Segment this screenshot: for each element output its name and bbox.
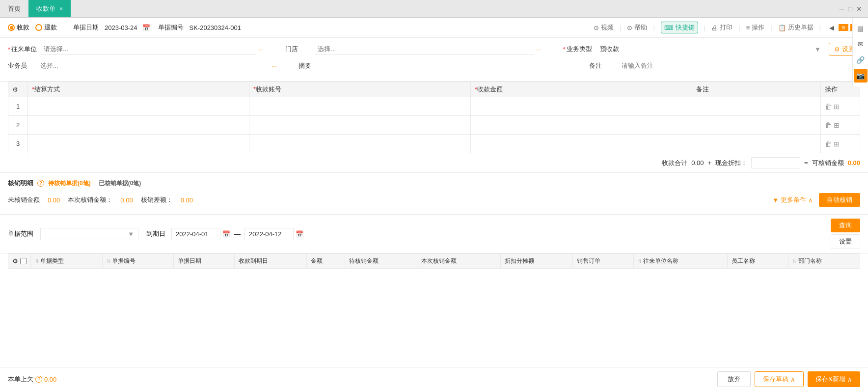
refund-radio[interactable]: 退款 xyxy=(35,23,57,32)
account-2[interactable] xyxy=(249,116,471,135)
more-conditions-btn[interactable]: ▼ 更多条件 ∧ xyxy=(772,196,813,204)
tab-close-icon[interactable]: × xyxy=(59,5,63,12)
maximize-btn[interactable]: □ xyxy=(848,5,852,13)
summary-input[interactable] xyxy=(328,60,570,71)
footer: 本单上欠 ? 0.00 放弃 保存草稿 ∧ 保存&新增 ∧ xyxy=(0,367,868,391)
salesperson-input[interactable] xyxy=(37,60,270,71)
divider-1 xyxy=(65,23,65,32)
filter-setting-btn[interactable]: 设置 xyxy=(831,234,860,249)
table-row: 2 🗑 ⊞ xyxy=(8,116,860,135)
counterpart-input[interactable] xyxy=(41,44,256,55)
calendar-icon[interactable]: 📅 xyxy=(142,24,150,31)
calendar-from-icon[interactable]: 📅 xyxy=(222,230,230,238)
remark-3[interactable] xyxy=(692,135,821,153)
action-2: 🗑 ⊞ xyxy=(821,116,860,135)
range-arrow: ▼ xyxy=(128,230,134,238)
date-from-input[interactable] xyxy=(171,228,220,240)
discard-btn[interactable]: 放弃 xyxy=(717,371,751,387)
settlement-1[interactable] xyxy=(28,97,249,116)
copy-icon-1[interactable]: ⊞ xyxy=(834,103,840,111)
amount-3[interactable] xyxy=(471,135,692,153)
sidebar-link-icon[interactable]: 🔗 xyxy=(854,53,868,67)
range-select[interactable]: ▼ xyxy=(40,228,138,240)
form-row-1: * 往来单位 ··· 门店 ··· * 业务类型 预收款 ▼ ⚙ xyxy=(8,43,860,56)
bottom-table: ⚙ ⇅ 单据类型 ⇅ 单据编号 单据日期 收款到期日 金额 待核销金额 本次核销… xyxy=(8,253,860,269)
save-new-btn[interactable]: 保存&新增 ∧ xyxy=(808,371,860,387)
row-num-1: 1 xyxy=(8,97,28,116)
store-input[interactable] xyxy=(315,44,534,55)
table-header-gear[interactable]: ⚙ xyxy=(8,82,28,97)
col-amount: *收款金额 xyxy=(471,82,692,97)
account-1[interactable] xyxy=(249,97,471,116)
tab-bar: 首页 收款单 × ─ □ ✕ xyxy=(0,0,868,18)
business-type-arrow[interactable]: ▼ xyxy=(814,46,821,53)
help-btn[interactable]: ⊙ 帮助 xyxy=(627,23,647,32)
amount-2[interactable] xyxy=(471,116,692,135)
remark-input[interactable] xyxy=(619,60,860,71)
divider-3: | xyxy=(653,24,654,31)
query-btn[interactable]: 查询 xyxy=(831,219,860,232)
hex-title: 核销明细 ? 待核销单据(0笔) 已核销单据(0笔) xyxy=(8,179,860,188)
auto-hex-btn[interactable]: 自动核销 xyxy=(819,193,860,207)
col-due-date: 收款到期日 xyxy=(235,254,307,269)
sidebar-table-icon[interactable]: ▤ xyxy=(854,22,868,35)
counterpart-more[interactable]: ··· xyxy=(256,46,266,53)
footer-info: 本单上欠 ? 0.00 xyxy=(8,375,56,384)
store-field: 门店 ··· xyxy=(285,44,543,55)
delete-icon-1[interactable]: 🗑 xyxy=(825,103,832,111)
col-this-amount: 本次核销金额 xyxy=(417,254,501,269)
hex-info-icon[interactable]: ? xyxy=(37,180,44,187)
window-controls: ─ □ ✕ xyxy=(840,5,868,13)
copy-icon-3[interactable]: ⊞ xyxy=(834,140,840,148)
col-doc-num: ⇅ 单据编号 xyxy=(102,254,174,269)
video-btn[interactable]: ⊙ 视频 xyxy=(594,23,614,32)
pending-tab[interactable]: 待核销单据(0笔) xyxy=(48,179,91,188)
col-pending-amount: 待核销金额 xyxy=(345,254,417,269)
video-icon: ⊙ xyxy=(594,24,599,31)
hex-tabs: 待核销单据(0笔) 已核销单据(0笔) xyxy=(48,179,141,188)
tab-home[interactable]: 首页 xyxy=(0,0,28,17)
settlement-2[interactable] xyxy=(28,116,249,135)
receipt-table: ⚙ *结算方式 *收款账号 *收款金额 备注 操作 1 xyxy=(8,82,860,153)
col-discount: 折扣分摊额 xyxy=(500,254,572,269)
filter-row: 单据范围 ▼ 到期日 📅 — 📅 查询 设置 xyxy=(0,215,868,253)
toolbar: 收款 退款 单据日期 2023-03-24 📅 单据编号 SK-20230324… xyxy=(0,18,868,38)
receipt-radio-dot xyxy=(8,24,15,31)
minimize-btn[interactable]: ─ xyxy=(840,5,844,13)
bottom-gear[interactable]: ⚙ xyxy=(8,254,31,269)
sidebar-email-icon[interactable]: ✉ xyxy=(854,37,868,51)
remark-2[interactable] xyxy=(692,116,821,135)
receipt-radio[interactable]: 收款 xyxy=(8,23,29,32)
history-icon: 📋 xyxy=(778,24,786,31)
select-all-checkbox[interactable] xyxy=(20,258,27,264)
date-to-input[interactable] xyxy=(244,228,294,240)
col-amount: 金额 xyxy=(307,254,345,269)
tab-receipt[interactable]: 收款单 × xyxy=(28,0,71,17)
panel-prev[interactable]: ◀ xyxy=(827,24,837,31)
row-num-3: 3 xyxy=(8,135,28,153)
copy-icon-2[interactable]: ⊞ xyxy=(834,121,840,129)
salesperson-more[interactable]: ··· xyxy=(270,62,279,70)
discount-input[interactable] xyxy=(751,157,800,168)
remark-1[interactable] xyxy=(692,97,821,116)
account-3[interactable] xyxy=(249,135,471,153)
operation-btn[interactable]: ≡ 操作 xyxy=(746,23,765,32)
amount-1[interactable] xyxy=(471,97,692,116)
settlement-3[interactable] xyxy=(28,135,249,153)
shortcut-btn[interactable]: ⌨ 快捷键 xyxy=(661,22,698,33)
history-btn[interactable]: 📋 历史单据 xyxy=(778,23,814,32)
save-draft-btn[interactable]: 保存草稿 ∧ xyxy=(755,371,804,387)
calendar-to-icon[interactable]: 📅 xyxy=(296,230,303,238)
panel-list[interactable]: ≡ xyxy=(839,24,848,31)
col-sales-order: 销售订单 xyxy=(572,254,633,269)
delete-icon-3[interactable]: 🗑 xyxy=(825,140,832,148)
close-btn[interactable]: ✕ xyxy=(856,5,862,13)
draft-arrow: ∧ xyxy=(790,376,795,383)
done-tab[interactable]: 已核销单据(0笔) xyxy=(99,179,141,188)
sidebar-camera-icon[interactable]: 📷 xyxy=(854,69,868,83)
col-remark: 备注 xyxy=(692,82,821,97)
delete-icon-2[interactable]: 🗑 xyxy=(825,121,832,129)
print-btn[interactable]: 🖨 打印 xyxy=(711,23,732,32)
store-more[interactable]: ··· xyxy=(534,46,543,53)
limit-info-icon[interactable]: ? xyxy=(35,376,42,383)
